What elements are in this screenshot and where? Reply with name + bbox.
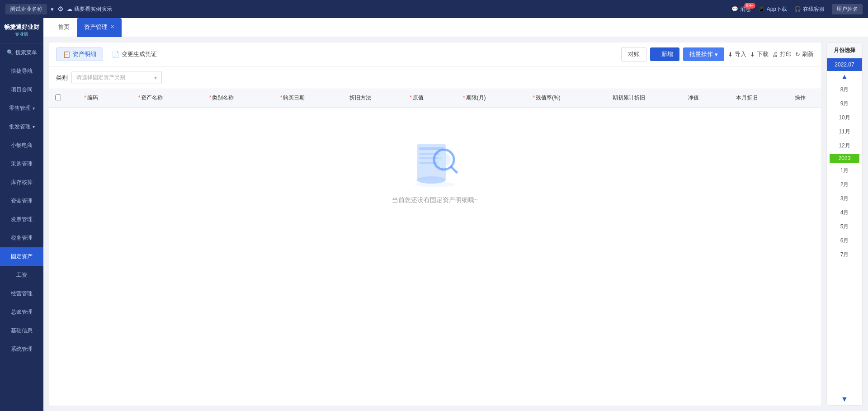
- sidebar-item-wholesale[interactable]: 批发管理 ▾: [0, 118, 43, 136]
- category-label: 类别: [56, 74, 68, 82]
- sidebar-item-invoice[interactable]: 发票管理: [0, 210, 43, 229]
- sidebar-item-system[interactable]: 系统管理: [0, 340, 43, 359]
- change-voucher-icon: 📄: [112, 51, 119, 58]
- company-dropdown-arrow[interactable]: ▾: [51, 6, 54, 13]
- import-icon: ⬇: [728, 51, 733, 58]
- phone-icon: 📱: [758, 6, 765, 12]
- sidebar: 畅捷通好业财 专业版 🔍 搜索菜单 快捷导航 项目合同 零售管理 ▾ 批发管理 …: [0, 18, 43, 411]
- brand-name: 畅捷通好业财: [4, 24, 40, 31]
- top-bar-left: 测试企业名称 ▾ ⚙ ☁ 我要看实例演示: [5, 4, 727, 14]
- import-button[interactable]: ⬇ 导入: [728, 50, 746, 58]
- download-button[interactable]: ⬇ 下载: [750, 50, 769, 58]
- message-button[interactable]: 💬 消息 99+: [731, 5, 751, 13]
- refresh-icon: ↻: [795, 51, 800, 58]
- sidebar-item-tax[interactable]: 税务管理: [0, 229, 43, 247]
- col-operation: 操作: [779, 89, 821, 107]
- main-toolbar-right: 对账 + 新增 批量操作 ▾ ⬇ 导入 ⬇ 下载: [621, 47, 814, 61]
- sub-tabs: 📋 资产明细 📄 变更生成凭证 对账 + 新增 批量操作 ▾: [49, 43, 821, 66]
- sidebar-item-ledger[interactable]: 总账管理: [0, 303, 43, 321]
- tab-close-icon[interactable]: ✕: [110, 24, 114, 30]
- svg-line-9: [451, 167, 457, 172]
- print-icon: 🖨: [772, 51, 778, 58]
- message-icon: 💬: [731, 6, 738, 12]
- tab-asset-management[interactable]: 资产管理 ✕: [77, 18, 122, 37]
- sidebar-item-finance[interactable]: 资金管理: [0, 192, 43, 210]
- app-download-button[interactable]: 📱 App下载: [758, 5, 787, 13]
- col-depreciation-method: 折旧方法: [328, 89, 392, 107]
- top-bar-right: 💬 消息 99+ 📱 App下载 🎧 在线客服 用户姓名: [731, 4, 863, 14]
- wholesale-arrow-icon: ▾: [33, 124, 35, 129]
- empty-text: 当前您还没有固定资产明细哦~: [392, 196, 478, 204]
- month-item-5[interactable]: 5月: [827, 220, 862, 234]
- table-container: *编码 *资产名称 *类别名称 *购买日期 折旧方法 *原值 *期限(月) *残…: [49, 89, 821, 406]
- search-icon: 🔍: [7, 49, 14, 56]
- col-net-value: 净值: [673, 89, 715, 107]
- table-checkbox-header[interactable]: [49, 89, 67, 107]
- filter-bar: 类别 请选择固定资产类别 ▾: [49, 66, 821, 89]
- month-item-2[interactable]: 2月: [827, 178, 862, 192]
- empty-state: 当前您还没有固定资产明细哦~: [49, 108, 821, 231]
- main-layout: 畅捷通好业财 专业版 🔍 搜索菜单 快捷导航 项目合同 零售管理 ▾ 批发管理 …: [0, 18, 868, 411]
- month-item-6[interactable]: 6月: [827, 234, 862, 248]
- headset-icon: 🎧: [794, 6, 801, 12]
- sidebar-item-search[interactable]: 🔍 搜索菜单: [0, 43, 43, 62]
- sub-tab-asset-detail[interactable]: 📋 资产明细: [56, 47, 103, 61]
- month-item-9[interactable]: 9月: [827, 97, 862, 111]
- sidebar-item-basic-info[interactable]: 基础信息: [0, 321, 43, 340]
- top-bar: 测试企业名称 ▾ ⚙ ☁ 我要看实例演示 💬 消息 99+ 📱 App下载 🎧 …: [0, 0, 868, 18]
- month-item-11[interactable]: 11月: [827, 125, 862, 139]
- col-category: *类别名称: [186, 89, 257, 107]
- month-item-1[interactable]: 1月: [827, 164, 862, 178]
- sidebar-item-inventory[interactable]: 库存核算: [0, 173, 43, 192]
- download-icon: ⬇: [750, 51, 755, 58]
- sidebar-item-purchase[interactable]: 采购管理: [0, 155, 43, 173]
- month-nav-down[interactable]: ▼: [827, 393, 862, 405]
- col-accum-depreciation: 期初累计折旧: [585, 89, 673, 107]
- add-button[interactable]: + 新增: [650, 47, 679, 61]
- svg-point-8: [437, 153, 451, 166]
- month-item-10[interactable]: 10月: [827, 111, 862, 125]
- year-marker-2023: 2023: [830, 154, 859, 163]
- sidebar-item-project[interactable]: 项目合同: [0, 80, 43, 99]
- company-name[interactable]: 测试企业名称: [5, 4, 47, 14]
- asset-detail-icon: 📋: [63, 51, 71, 58]
- month-item-3[interactable]: 3月: [827, 192, 862, 206]
- tab-home[interactable]: 首页: [51, 18, 77, 37]
- category-dropdown-icon: ▾: [154, 75, 157, 81]
- page-content: 📋 资产明细 📄 变更生成凭证 对账 + 新增 批量操作 ▾: [43, 37, 868, 411]
- match-button[interactable]: 对账: [621, 47, 646, 61]
- user-avatar[interactable]: 用户姓名: [832, 4, 863, 14]
- col-monthly-depreciation: 本月折旧: [714, 89, 779, 107]
- settings-icon[interactable]: ⚙: [57, 5, 63, 13]
- category-select[interactable]: 请选择固定资产类别 ▾: [71, 71, 162, 84]
- select-all-checkbox[interactable]: [55, 94, 61, 100]
- month-panel-title: 月份选择: [827, 43, 862, 58]
- message-badge: 99+: [744, 3, 755, 9]
- sidebar-item-operations[interactable]: 经营管理: [0, 284, 43, 303]
- month-nav-up[interactable]: ▲: [827, 71, 862, 83]
- category-placeholder: 请选择固定资产类别: [76, 74, 125, 81]
- brand-sub: 专业版: [4, 31, 40, 38]
- batch-button[interactable]: 批量操作 ▾: [683, 47, 724, 61]
- sidebar-item-payroll[interactable]: 工资: [0, 266, 43, 284]
- asset-table: *编码 *资产名称 *类别名称 *购买日期 折旧方法 *原值 *期限(月) *残…: [49, 89, 821, 108]
- col-code: *编码: [67, 89, 115, 107]
- sidebar-item-ecommerce[interactable]: 小畅电商: [0, 136, 43, 155]
- sub-tab-change-voucher[interactable]: 📄 变更生成凭证: [105, 47, 164, 61]
- month-item-7[interactable]: 7月: [827, 248, 862, 262]
- retail-arrow-icon: ▾: [33, 106, 35, 111]
- print-button[interactable]: 🖨 打印: [772, 50, 792, 58]
- refresh-button[interactable]: ↻ 刷新: [795, 50, 814, 58]
- month-current-selected[interactable]: 2022.07: [827, 58, 862, 71]
- empty-illustration: [408, 135, 462, 189]
- sidebar-item-quick-nav[interactable]: 快捷导航: [0, 62, 43, 80]
- sidebar-item-fixed-assets[interactable]: 固定资产: [0, 247, 43, 266]
- month-item-12[interactable]: 12月: [827, 139, 862, 153]
- col-asset-name: *资产名称: [115, 89, 186, 107]
- demo-link[interactable]: ☁ 我要看实例演示: [67, 5, 112, 13]
- month-list: 8月 9月 10月 11月 12月 2023 1月 2月 3月 4月 5月 6月…: [827, 83, 862, 393]
- online-service-button[interactable]: 🎧 在线客服: [794, 5, 825, 13]
- month-item-8[interactable]: 8月: [827, 83, 862, 97]
- sidebar-item-retail[interactable]: 零售管理 ▾: [0, 99, 43, 118]
- month-item-4[interactable]: 4月: [827, 206, 862, 220]
